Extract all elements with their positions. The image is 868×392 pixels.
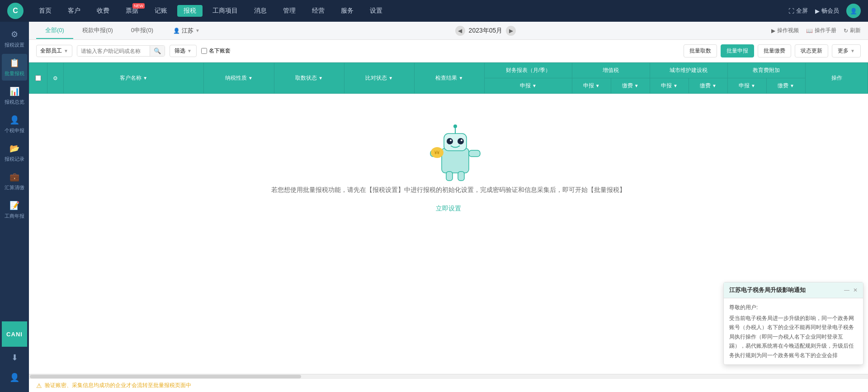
th-tax-type: 纳税性质 ▼ [204, 63, 274, 94]
bottom-bar: ⚠ 验证账密、采集信息均成功的企业才会流转至批量报税页面中 [29, 378, 868, 392]
account-checkbox[interactable] [201, 48, 207, 54]
cani-button[interactable]: CANI [2, 321, 27, 347]
annual-report-icon: 📝 [9, 200, 20, 211]
user-avatar[interactable]: 👤 [846, 4, 861, 18]
svg-rect-10 [446, 172, 453, 181]
more-button[interactable]: 更多 ▼ [832, 44, 861, 57]
th-compare-status: 比对状态 ▼ [344, 63, 414, 94]
sidebar-item-annual-settlement[interactable]: 💼 汇算清缴 [2, 168, 27, 195]
notification-header: 江苏电子税务局升级影响通知 — ✕ [724, 282, 863, 298]
operation-video-button[interactable]: ▶ 操作视频 [771, 27, 799, 34]
batch-declare-button[interactable]: 批量申报 [721, 44, 754, 57]
empty-state: ¥¥ 若您想使用批量报税功能，请先在【报税设置】中进行报税的初始化设置，完成密码… [29, 94, 868, 240]
operation-manual-button[interactable]: 📖 操作手册 [806, 27, 836, 34]
th-vat-declare: 申报 ▼ [572, 78, 611, 94]
nav-invoice[interactable]: 票据 NEW [119, 5, 145, 17]
nav-client[interactable]: 客户 [61, 5, 87, 17]
data-table: ⚙ 客户名称 ▼ 纳税性质 ▼ 取数状态 ▼ 比对状态 ▼ [29, 62, 868, 240]
month-next-button[interactable]: ▶ [506, 26, 516, 36]
nav-accounting[interactable]: 记账 [148, 5, 174, 17]
nav-operation[interactable]: 经营 [306, 5, 331, 17]
sidebar-item-download[interactable]: ⬇ [2, 349, 27, 367]
tab-tax-declare[interactable]: 税款申报(0) [73, 23, 122, 39]
app-logo[interactable]: C [7, 3, 24, 19]
scrollbar-h-thumb[interactable] [30, 375, 301, 378]
batch-tax-icon: 📋 [9, 57, 20, 68]
nav-service[interactable]: 服务 [335, 5, 360, 17]
nav-tax[interactable]: 报税 [177, 5, 203, 17]
sidebar-item-tax-settings[interactable]: ⚙ 报税设置 [2, 25, 27, 52]
select-all-checkbox[interactable] [35, 75, 41, 81]
th-checkbox [29, 63, 47, 94]
sidebar-item-user[interactable]: 👤 [2, 368, 27, 387]
account-checkbox-label[interactable]: 名下账套 [201, 47, 231, 55]
tab-zero-declare[interactable]: 0申报(0) [122, 23, 162, 39]
member-button[interactable]: ▶ 畅会员 [815, 7, 839, 15]
sidebar-item-tax-records[interactable]: 📂 报税记录 [2, 139, 27, 166]
tab-all[interactable]: 全部(0) [36, 23, 73, 39]
setup-link[interactable]: 立即设置 [436, 205, 461, 213]
horizontal-scrollbar [29, 374, 868, 378]
th-edu-extra: 教育费附加 [727, 63, 805, 78]
tax-settings-icon: ⚙ [9, 29, 20, 40]
svg-text:¥¥: ¥¥ [434, 150, 440, 155]
top-nav-right: ⛶ 全屏 ▶ 畅会员 👤 [788, 4, 861, 18]
th-edu-pay: 缴费 ▼ [766, 78, 805, 94]
personal-tax-icon: 👤 [9, 115, 20, 125]
search-input[interactable] [77, 46, 150, 56]
th-financial-declare: 申报 ▼ [485, 78, 572, 94]
th-client-name: 客户名称 ▼ [64, 63, 204, 94]
nav-industry[interactable]: 工商项目 [206, 5, 244, 17]
month-navigation: ◀ 2023年05月 ▶ [455, 26, 516, 36]
search-box: 🔍 [77, 45, 165, 57]
nav-messages[interactable]: 消息 [248, 5, 273, 17]
status-update-button[interactable]: 状态更新 [795, 44, 828, 57]
toolbar: 全部员工 ▼ 🔍 筛选 ▼ 名下账套 批量取数 批量申报 批量缴费 状态更新 [29, 40, 868, 62]
tax-records-icon: 📂 [9, 143, 20, 154]
user-icon: 👤 [9, 372, 20, 383]
tabs-right-actions: ▶ 操作视频 📖 操作手册 ↻ 刷新 [771, 27, 861, 34]
empty-message: 若您想使用批量报税功能，请先在【报税设置】中进行报税的初始化设置，完成密码验证和… [271, 184, 626, 196]
th-vat: 增值税 [572, 63, 650, 78]
month-prev-button[interactable]: ◀ [455, 26, 465, 36]
sidebar-item-tax-overview[interactable]: 📊 报税总览 [2, 82, 27, 109]
th-citybuild-pay: 缴费 ▼ [689, 78, 727, 94]
fullscreen-button[interactable]: ⛶ 全屏 [788, 7, 808, 15]
nav-settings[interactable]: 设置 [363, 5, 389, 17]
top-navigation: C 首页 客户 收费 票据 NEW 记账 报税 工商项目 消息 管理 经营 服务… [0, 0, 868, 22]
nav-home[interactable]: 首页 [33, 5, 58, 17]
svg-point-3 [458, 138, 464, 144]
sidebar: ⚙ 报税设置 📋 批量报税 📊 报税总览 👤 个税申报 📂 报税记录 💼 汇算清… [0, 22, 29, 392]
th-vat-pay: 缴费 ▼ [611, 78, 650, 94]
batch-fetch-button[interactable]: 批量取数 [684, 44, 717, 57]
th-edu-declare: 申报 ▼ [727, 78, 766, 94]
notification-panel: 江苏电子税务局升级影响通知 — ✕ 尊敬的用户: 受当前电子税务局进一步升级的影… [723, 282, 863, 365]
batch-pay-button[interactable]: 批量缴费 [758, 44, 791, 57]
notification-title: 江苏电子税务局升级影响通知 [729, 286, 806, 294]
nav-billing[interactable]: 收费 [90, 5, 116, 17]
robot-illustration: ¥¥ [421, 121, 476, 175]
th-city-build: 城市维护建设税 [650, 63, 727, 78]
sidebar-bottom: CANI ⬇ 👤 [2, 321, 27, 392]
toolbar-right: 批量取数 批量申报 批量缴费 状态更新 更多 ▼ [684, 44, 861, 57]
region-selector[interactable]: 👤 江苏 ▼ [173, 27, 200, 35]
th-financial-report: 财务报表（月/季） [485, 63, 572, 78]
employee-select[interactable]: 全部员工 ▼ [36, 45, 72, 57]
svg-rect-9 [469, 150, 480, 157]
svg-point-7 [453, 124, 457, 128]
svg-point-2 [447, 138, 453, 144]
svg-rect-11 [458, 172, 464, 181]
svg-rect-0 [442, 148, 469, 173]
svg-point-5 [461, 139, 462, 141]
notification-close-icon[interactable]: ✕ [853, 287, 858, 293]
filter-button[interactable]: 筛选 ▼ [170, 45, 197, 57]
refresh-button[interactable]: ↻ 刷新 [844, 27, 861, 34]
tabs-bar: 全部(0) 税款申报(0) 0申报(0) 👤 江苏 ▼ ◀ 2023年05月 ▶… [29, 22, 868, 40]
notification-minimize[interactable]: — [844, 287, 849, 293]
sidebar-item-personal-tax[interactable]: 👤 个税申报 [2, 111, 27, 138]
th-fetch-status: 取数状态 ▼ [274, 63, 344, 94]
nav-management[interactable]: 管理 [277, 5, 302, 17]
sidebar-item-annual-report[interactable]: 📝 工商年报 [2, 196, 27, 223]
search-button[interactable]: 🔍 [150, 46, 165, 56]
sidebar-item-batch-tax[interactable]: 📋 批量报税 [2, 54, 27, 81]
